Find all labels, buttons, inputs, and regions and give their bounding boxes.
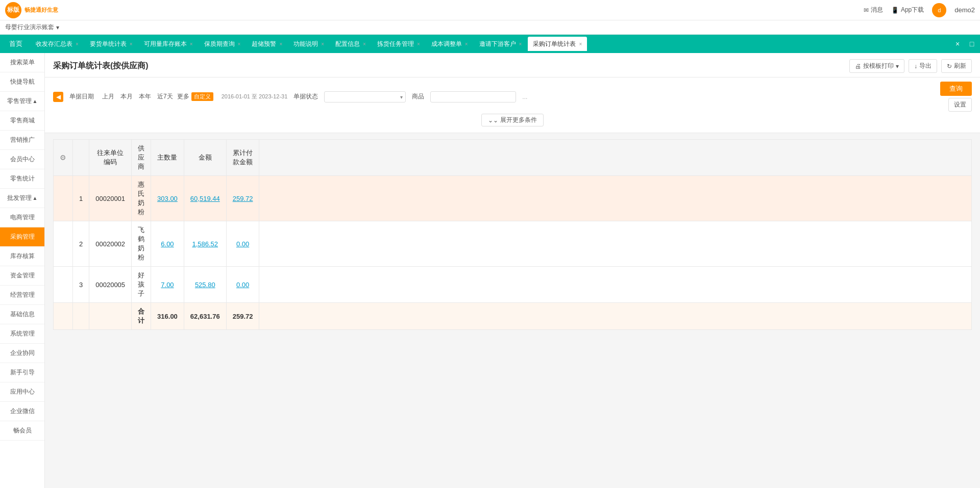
tab-close-1[interactable]: × bbox=[130, 41, 133, 47]
sidebar-item-retail-mgmt[interactable]: 零售管理 ▲ bbox=[0, 92, 44, 111]
tab-6[interactable]: 配置信息 × bbox=[330, 37, 371, 51]
amount-link-3[interactable]: 525.80 bbox=[195, 281, 215, 289]
tab-close-7[interactable]: × bbox=[417, 41, 420, 47]
sidebar-item-vip[interactable]: 畅会员 bbox=[0, 421, 44, 441]
tab-close-6[interactable]: × bbox=[363, 41, 366, 47]
refresh-button[interactable]: ↻ 刷新 bbox=[941, 59, 972, 73]
status-select[interactable] bbox=[324, 91, 406, 102]
tab-9[interactable]: 邀请下游客户 × bbox=[474, 37, 527, 51]
table-row: 1 00020001 惠氏奶粉 303.00 60,519.44 259.72 bbox=[54, 176, 972, 221]
td-qty-3: 7.00 bbox=[151, 267, 184, 303]
tab-home[interactable]: 首页 bbox=[2, 37, 30, 51]
tab-close-3[interactable]: × bbox=[238, 41, 241, 47]
sidebar-item-basics[interactable]: 基础信息 bbox=[0, 305, 44, 324]
sidebar-item-appcenter[interactable]: 应用中心 bbox=[0, 382, 44, 402]
sidebar-item-wechat[interactable]: 企业微信 bbox=[0, 402, 44, 421]
tab-close-9[interactable]: × bbox=[519, 41, 522, 47]
goods-more-icon[interactable]: ... bbox=[522, 93, 527, 100]
tab-1[interactable]: 要货单统计表 × bbox=[85, 37, 138, 51]
sidebar-item-inventory[interactable]: 库存核算 bbox=[0, 247, 44, 266]
tab-3[interactable]: 保质期查询 × bbox=[199, 37, 246, 51]
tab-0[interactable]: 收发存汇总表 × bbox=[31, 37, 84, 51]
qty-link-2[interactable]: 6.00 bbox=[161, 240, 174, 248]
tab-close-2[interactable]: × bbox=[190, 41, 193, 47]
tab-close-10[interactable]: × bbox=[579, 41, 582, 47]
top-bar: 标版 畅捷通好生意 ✉ 消息 📱 App下载 d demo2 bbox=[0, 0, 980, 20]
sidebar-item-quicknav[interactable]: 快捷导航 bbox=[0, 72, 44, 92]
tab-8[interactable]: 成本调整单 × bbox=[426, 37, 473, 51]
th-qty: 主数量 bbox=[151, 140, 184, 176]
tab-label-3: 保质期查询 bbox=[204, 40, 235, 48]
filter-collapse-button[interactable]: ◀ bbox=[53, 92, 63, 102]
goods-input[interactable] bbox=[430, 91, 516, 102]
amount-link-2[interactable]: 1,586.52 bbox=[192, 240, 218, 248]
tab-10[interactable]: 采购订单统计表 × bbox=[528, 37, 587, 51]
sidebar-item-search[interactable]: 搜索菜单 bbox=[0, 53, 44, 72]
workspace-bar: 母婴行业演示账套 ▾ bbox=[0, 20, 980, 35]
tab-close-5[interactable]: × bbox=[321, 41, 324, 47]
sidebar-item-operations[interactable]: 经营管理 bbox=[0, 286, 44, 305]
sidebar-item-label-basics: 基础信息 bbox=[10, 311, 35, 318]
td-unit-code-2: 00020002 bbox=[89, 221, 132, 267]
column-settings-icon[interactable]: ⚙ bbox=[60, 153, 66, 162]
td-no-3: 3 bbox=[73, 267, 89, 303]
tab-7[interactable]: 拣货任务管理 × bbox=[372, 37, 425, 51]
td-extra-3 bbox=[259, 267, 972, 303]
filter-settings-button[interactable]: 设置 bbox=[948, 98, 972, 112]
amount-link-1[interactable]: 60,519.44 bbox=[190, 195, 220, 202]
sidebar-item-finance[interactable]: 资金管理 bbox=[0, 266, 44, 286]
td-supplier-2: 飞鹤奶粉 bbox=[132, 221, 151, 267]
sidebar-item-enterprise[interactable]: 企业协同 bbox=[0, 344, 44, 363]
tab-label-6: 配置信息 bbox=[335, 40, 360, 48]
tab-2[interactable]: 可用量库存账本 × bbox=[139, 37, 198, 51]
qty-link-1[interactable]: 303.00 bbox=[157, 195, 178, 202]
date-btn-more[interactable]: 更多 bbox=[177, 92, 189, 101]
sidebar-item-wholesale-mgmt[interactable]: 批发管理 ▲ bbox=[0, 189, 44, 208]
td-footer-amount: 62,631.76 bbox=[184, 303, 226, 330]
message-icon: ✉ bbox=[864, 7, 869, 14]
sidebar-item-purchase[interactable]: 采购管理 bbox=[0, 227, 44, 247]
close-all-tabs-button[interactable]: × bbox=[951, 38, 964, 50]
date-btn-last-month[interactable]: 上月 bbox=[100, 92, 116, 101]
sidebar-item-newbie[interactable]: 新手引导 bbox=[0, 363, 44, 382]
tab-close-0[interactable]: × bbox=[76, 41, 79, 47]
app-download-button[interactable]: 📱 App下载 bbox=[891, 6, 924, 14]
print-button[interactable]: 🖨 按模板打印 ▾ bbox=[849, 59, 904, 73]
export-button[interactable]: ↓ 导出 bbox=[909, 59, 937, 73]
sidebar-item-ecommerce[interactable]: 电商管理 bbox=[0, 208, 44, 227]
table-header-row: ⚙ 往来单位编码 供应商 主数量 金额 累计付款金额 bbox=[54, 140, 972, 176]
sidebar-item-retail-stats[interactable]: 零售统计 bbox=[0, 169, 44, 189]
date-btn-7days[interactable]: 近7天 bbox=[155, 92, 175, 101]
sidebar-item-member[interactable]: 会员中心 bbox=[0, 150, 44, 169]
paid-link-3[interactable]: 0.00 bbox=[236, 281, 249, 289]
th-amount: 金额 bbox=[184, 140, 226, 176]
paid-link-1[interactable]: 259.72 bbox=[233, 195, 253, 202]
avatar: d bbox=[932, 3, 946, 17]
message-button[interactable]: ✉ 消息 bbox=[864, 6, 883, 14]
sidebar-item-marketing[interactable]: 营销推广 bbox=[0, 131, 44, 150]
logo-area: 标版 畅捷通好生意 bbox=[5, 2, 58, 18]
th-settings[interactable]: ⚙ bbox=[54, 140, 73, 176]
date-shortcuts: 上月 本月 本年 近7天 更多 自定义 bbox=[100, 92, 213, 101]
date-range-display: 2016-01-01 至 2023-12-31 bbox=[222, 93, 288, 100]
sidebar-item-retail-mall[interactable]: 零售商城 bbox=[0, 111, 44, 131]
tab-close-8[interactable]: × bbox=[465, 41, 468, 47]
paid-link-2[interactable]: 0.00 bbox=[236, 240, 249, 248]
workspace-selector[interactable]: 母婴行业演示账套 ▾ bbox=[5, 23, 59, 32]
sidebar-item-label-vip: 畅会员 bbox=[13, 427, 32, 434]
tab-5[interactable]: 功能说明 × bbox=[288, 37, 329, 51]
sidebar-item-label-marketing: 营销推广 bbox=[10, 136, 35, 143]
tab-label-10: 采购订单统计表 bbox=[533, 40, 576, 48]
tab-close-4[interactable]: × bbox=[279, 41, 282, 47]
qty-link-3[interactable]: 7.00 bbox=[161, 281, 174, 289]
sidebar-item-label-purchase: 采购管理 bbox=[10, 233, 35, 240]
search-button[interactable]: 查询 bbox=[940, 82, 972, 96]
date-btn-this-month[interactable]: 本月 bbox=[118, 92, 135, 101]
date-custom-badge[interactable]: 自定义 bbox=[191, 92, 213, 101]
restore-button[interactable]: □ bbox=[966, 38, 978, 50]
date-btn-this-year[interactable]: 本年 bbox=[137, 92, 153, 101]
expand-more-button[interactable]: ⌄⌄ 展开更多条件 bbox=[481, 114, 544, 126]
tab-4[interactable]: 超储预警 × bbox=[247, 37, 287, 51]
td-unit-code-3: 00020005 bbox=[89, 267, 132, 303]
sidebar-item-system[interactable]: 系统管理 bbox=[0, 324, 44, 344]
